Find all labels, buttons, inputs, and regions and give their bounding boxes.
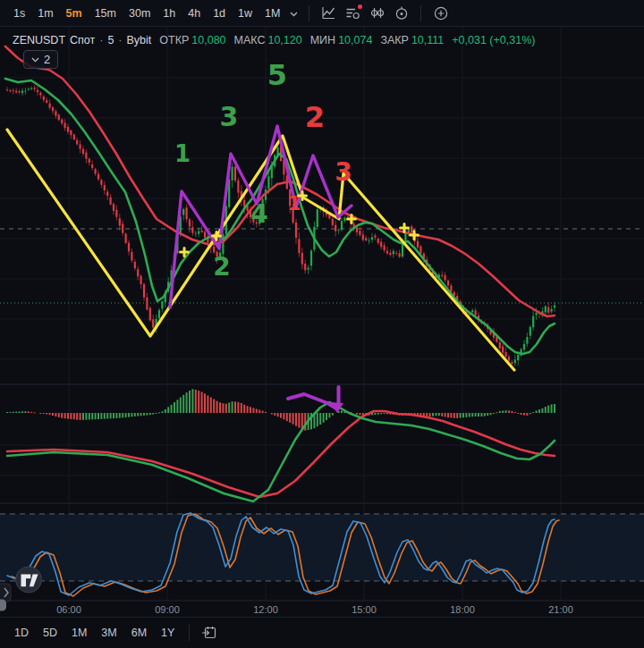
timeframe-button-1w[interactable]: 1w <box>232 4 258 22</box>
bottom-toolbar: 1D5D1M3M6M1Y <box>0 617 644 648</box>
time-axis[interactable]: 06:0009:0012:0015:0018:0021:00 <box>0 601 644 617</box>
indicator-count-badge[interactable]: 2 <box>23 50 58 69</box>
line-chart-icon[interactable] <box>318 2 340 24</box>
top-toolbar: 1s1m5m15m30m1h4h1d1w1M <box>0 0 644 27</box>
price-chart-canvas <box>0 0 644 648</box>
exchange-label: Bybit <box>127 34 152 46</box>
go-to-date-icon[interactable] <box>198 622 220 644</box>
pane-collapse-tab[interactable] <box>0 584 11 602</box>
chevron-down-icon <box>290 12 298 17</box>
wave-label-red-1[interactable]: 1 <box>287 194 301 214</box>
timeframe-button-1s[interactable]: 1s <box>7 4 31 22</box>
range-button-1D[interactable]: 1D <box>7 624 36 642</box>
plus-circle-icon[interactable] <box>429 2 452 24</box>
tradingview-logo[interactable] <box>16 567 42 593</box>
range-group: 1D5D1M3M6M1Y <box>7 624 182 642</box>
timeframe-button-4h[interactable]: 4h <box>182 4 207 22</box>
timeframe-button-30m[interactable]: 30m <box>123 4 157 22</box>
line-chart-glyph <box>321 5 336 21</box>
time-axis-label: 12:00 <box>253 604 278 615</box>
timeframe-button-1h[interactable]: 1h <box>157 4 182 22</box>
ohlc-label: МИН <box>310 34 335 46</box>
timeframe-button-5m[interactable]: 5m <box>60 4 89 22</box>
range-button-5D[interactable]: 5D <box>36 624 64 642</box>
time-axis-label: 09:00 <box>155 604 180 615</box>
change-value: +0,031 (+0,31%) <box>452 34 535 46</box>
calendar-glyph <box>201 625 217 641</box>
time-axis-label: 21:00 <box>548 604 573 615</box>
timeframe-button-1M[interactable]: 1M <box>258 4 286 22</box>
ohlc-label: МАКС <box>234 34 266 46</box>
ohlc-value: 10,120 <box>267 34 301 46</box>
time-axis-label: 06:00 <box>56 604 81 615</box>
wave-label-green-4[interactable]: 4 <box>250 202 267 227</box>
wave-label-red-3[interactable]: 3 <box>335 160 352 185</box>
time-axis-label: 15:00 <box>352 604 377 615</box>
timeframe-dropdown-button[interactable] <box>286 4 301 21</box>
wave-label-green-1[interactable]: 1 <box>174 142 191 165</box>
plus-circle-glyph <box>433 5 449 21</box>
range-button-1M[interactable]: 1M <box>64 624 94 642</box>
indicators-template-icon[interactable] <box>342 2 364 24</box>
time-axis-label: 18:00 <box>450 604 475 615</box>
chevron-down-icon <box>31 57 39 63</box>
ohlc-value: 10,074 <box>338 34 372 46</box>
wave-label-green-2[interactable]: 2 <box>213 255 230 280</box>
range-button-1Y[interactable]: 1Y <box>154 624 182 642</box>
notification-dot <box>358 4 362 9</box>
market-type: Спот <box>70 34 95 46</box>
symbol-legend: ZENUSDT Спот · 5 · Bybit ОТКР10,080МАКС1… <box>13 34 535 46</box>
trading-chart-app: 12345123 1s1m5m15m30m1h4h1d1w1M <box>0 0 644 648</box>
interval-label: 5 <box>107 34 114 46</box>
toolbar-divider <box>420 5 421 21</box>
wave-label-green-3[interactable]: 3 <box>220 104 239 130</box>
ohlc-values: ОТКР10,080МАКС10,120МИН10,074ЗАКР10,111 <box>151 34 444 46</box>
ohlc-value: 10,080 <box>191 34 225 46</box>
timeframe-button-1m[interactable]: 1m <box>31 4 59 22</box>
range-button-6M[interactable]: 6M <box>124 624 154 642</box>
toolbar-divider <box>309 5 309 21</box>
purple-arrow-drawing[interactable] <box>288 387 343 413</box>
ohlc-value: 10,111 <box>411 34 444 46</box>
compare-icon[interactable] <box>366 2 388 24</box>
target-icon[interactable] <box>390 2 412 24</box>
wave-label-green-5[interactable]: 5 <box>267 61 287 89</box>
compare-glyph <box>369 5 386 21</box>
range-button-3M[interactable]: 3M <box>94 624 123 642</box>
timeframe-button-1d[interactable]: 1d <box>207 4 232 22</box>
yellow-trendline-drawing[interactable] <box>7 130 514 370</box>
timeframe-group: 1s1m5m15m30m1h4h1d1w1M <box>7 4 286 22</box>
indicator-count: 2 <box>44 53 50 66</box>
symbol-title: ZENUSDT <box>13 34 65 46</box>
wave-label-red-2[interactable]: 2 <box>305 103 325 131</box>
macd-histogram <box>6 389 555 430</box>
ohlc-label: ЗАКР <box>380 34 409 46</box>
ohlc-label: ОТКР <box>159 34 189 46</box>
target-glyph <box>394 5 410 21</box>
toolbar-divider <box>189 625 190 641</box>
timeframe-button-15m[interactable]: 15m <box>89 4 123 22</box>
